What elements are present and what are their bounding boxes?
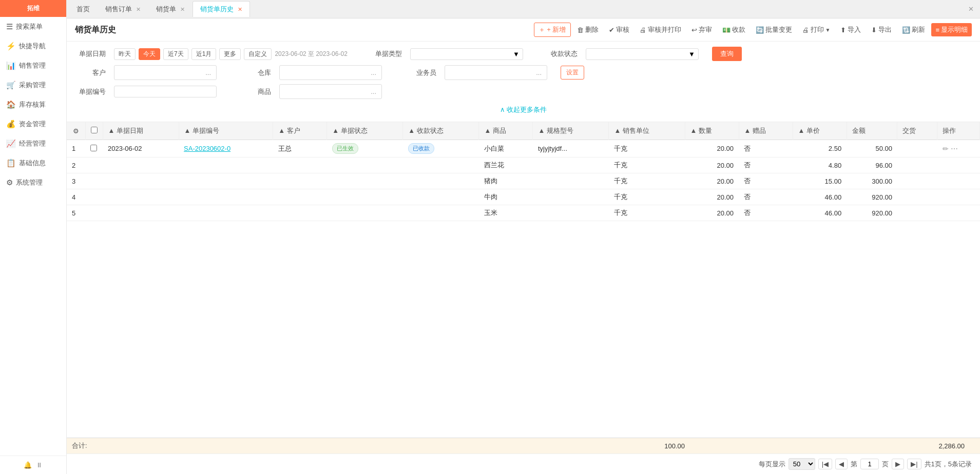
cell-doc-status	[327, 157, 403, 173]
import-button[interactable]: ⬆ 导入	[836, 23, 865, 36]
warehouse-input[interactable]	[283, 67, 369, 78]
sidebar-item-finance-mgmt[interactable]: 💰 资金管理	[0, 114, 66, 134]
sidebar-bottom-icon2[interactable]: ⏸	[36, 461, 43, 469]
new-button[interactable]: ＋ + 新增	[534, 23, 570, 37]
customer-input[interactable]	[118, 67, 203, 78]
row-checkbox[interactable]	[90, 145, 97, 151]
tab-sales-history[interactable]: 销货单历史 ✕	[193, 1, 250, 17]
select-all-checkbox[interactable]	[91, 127, 98, 133]
col-doc-date[interactable]: ▲ 单据日期	[103, 122, 179, 140]
sidebar-item-search-menu[interactable]: ☰ 搜索菜单	[0, 17, 66, 36]
cell-customer	[273, 189, 327, 205]
refresh-button[interactable]: 🔃 刷新	[898, 23, 929, 36]
next-page-btn[interactable]: ▶	[892, 459, 904, 469]
col-settings[interactable]: ⚙	[67, 122, 85, 140]
cell-spec-type: tyjyjtyjdf...	[533, 140, 609, 157]
col-unit-price[interactable]: ▲ 单价	[793, 122, 847, 140]
sys-mgmt-icon: ⚙	[6, 178, 13, 187]
tab-home[interactable]: 首页	[69, 1, 98, 17]
col-collect-status[interactable]: ▲ 收款状态	[403, 122, 479, 140]
sidebar-item-quick-nav[interactable]: ⚡ 快捷导航	[0, 36, 66, 56]
col-checkbox[interactable]	[85, 122, 103, 140]
date-btn-custom[interactable]: 自定义	[244, 48, 272, 60]
print-button[interactable]: 🖨 打印 ▼	[798, 23, 835, 36]
sidebar-item-sys-mgmt[interactable]: ⚙ 系统管理	[0, 173, 66, 192]
sidebar-item-purchase-mgmt[interactable]: 🛒 采购管理	[0, 75, 66, 95]
col-amount: 金额	[847, 122, 897, 140]
abandon-button[interactable]: ↩ 弃审	[687, 23, 716, 36]
per-page-select[interactable]: 50 100 200	[789, 458, 815, 470]
col-qty[interactable]: ▲ 数量	[685, 122, 739, 140]
collapse-conditions-btn[interactable]: ∧ 收起更多条件	[75, 103, 972, 116]
date-btn-today[interactable]: 今天	[139, 48, 160, 60]
cell-checkbox[interactable]	[85, 205, 103, 221]
tab-sales-history-close[interactable]: ✕	[238, 6, 242, 13]
delete-button[interactable]: 🗑 删除	[573, 23, 603, 36]
tabs-bar-close-btn[interactable]: ✕	[964, 5, 978, 13]
date-btn-1month[interactable]: 近1月	[191, 48, 217, 60]
salesperson-input[interactable]	[448, 67, 534, 78]
sidebar-item-inventory[interactable]: 🏠 库存核算	[0, 95, 66, 114]
cell-checkbox[interactable]	[85, 157, 103, 173]
sidebar: 拓维 ☰ 搜索菜单 ⚡ 快捷导航 📊 销售管理 🛒 采购管理 🏠 库存核算 💰 …	[0, 0, 67, 474]
prev-page-btn[interactable]: ◀	[835, 459, 848, 469]
show-detail-button[interactable]: ≡ 显示明细	[931, 23, 972, 36]
query-button[interactable]: 查询	[712, 47, 742, 61]
goods-input[interactable]	[283, 86, 369, 97]
export-button[interactable]: ⬇ 导出	[867, 23, 896, 36]
audit-print-button[interactable]: 🖨 审核并打印	[636, 23, 685, 36]
cell-action	[937, 205, 980, 221]
date-btn-more[interactable]: 更多	[219, 48, 241, 60]
warehouse-ellipsis[interactable]: ...	[369, 69, 378, 76]
basic-info-icon: 📋	[6, 159, 16, 168]
tab-sales-order[interactable]: 销售订单 ✕	[98, 1, 148, 17]
date-btn-7days[interactable]: 近7天	[163, 48, 188, 60]
col-doc-number[interactable]: ▲ 单据编号	[179, 122, 273, 140]
refresh-icon: 🔃	[902, 26, 910, 34]
cell-checkbox[interactable]	[85, 189, 103, 205]
col-sales-unit[interactable]: ▲ 销售单位	[609, 122, 685, 140]
batch-change-button[interactable]: 🔄 批量变更	[752, 23, 796, 36]
export-icon: ⬇	[871, 26, 877, 34]
sidebar-item-basic-info[interactable]: 📋 基础信息	[0, 153, 66, 173]
salesperson-ellipsis[interactable]: ...	[534, 69, 544, 76]
collect-button[interactable]: 💵 收款	[718, 23, 750, 36]
customer-filter-label: 客户	[75, 68, 106, 77]
cell-goods: 玉米	[479, 205, 533, 221]
goods-ellipsis[interactable]: ...	[369, 88, 378, 95]
cell-checkbox[interactable]	[85, 140, 103, 157]
doc-number-link[interactable]: SA-20230602-0	[184, 145, 230, 152]
cell-transaction	[897, 140, 937, 157]
sidebar-bottom-icon1[interactable]: 🔔	[24, 461, 32, 469]
cell-sales-unit: 千克	[609, 205, 685, 221]
sidebar-item-sales-mgmt[interactable]: 📊 销售管理	[0, 56, 66, 75]
more-action-icon[interactable]: ⋯	[951, 145, 958, 153]
audit-button[interactable]: ✔ 审核	[605, 23, 633, 36]
cell-checkbox[interactable]	[85, 173, 103, 189]
settings-button[interactable]: 设置	[561, 66, 584, 80]
edit-action-icon[interactable]: ✏	[943, 145, 949, 153]
col-customer[interactable]: ▲ 客户	[273, 122, 327, 140]
sidebar-item-operation-mgmt[interactable]: 📈 经营管理	[0, 134, 66, 153]
tab-sales-order-close[interactable]: ✕	[136, 6, 141, 13]
col-doc-status[interactable]: ▲ 单据状态	[327, 122, 403, 140]
tab-sales-delivery[interactable]: 销货单 ✕	[148, 1, 193, 17]
data-table: ⚙ ▲ 单据日期 ▲ 单据编号 ▲ 客户 ▲ 单据状态 ▲ 收款状态 ▲ 商品 …	[67, 122, 980, 221]
sidebar-item-label: 资金管理	[19, 120, 46, 129]
collect-status-select[interactable]: ▼	[586, 48, 699, 60]
col-goods[interactable]: ▲ 商品	[479, 122, 533, 140]
col-spec-type[interactable]: ▲ 规格型号	[533, 122, 609, 140]
sidebar-item-label: 销售管理	[19, 61, 46, 70]
doc-type-select[interactable]: ▼	[410, 48, 523, 60]
last-page-btn[interactable]: ▶|	[907, 459, 921, 469]
tab-sales-delivery-close[interactable]: ✕	[180, 6, 185, 13]
customer-ellipsis[interactable]: ...	[203, 69, 213, 76]
col-gift[interactable]: ▲ 赠品	[739, 122, 793, 140]
cell-amount: 50.00	[847, 140, 897, 157]
page-number-input[interactable]	[860, 459, 879, 469]
date-btn-yesterday[interactable]: 昨天	[114, 48, 136, 60]
doc-number-input[interactable]	[114, 86, 217, 97]
cell-doc-date	[103, 157, 179, 173]
first-page-btn[interactable]: |◀	[818, 459, 832, 469]
audit-print-icon: 🖨	[640, 26, 646, 34]
